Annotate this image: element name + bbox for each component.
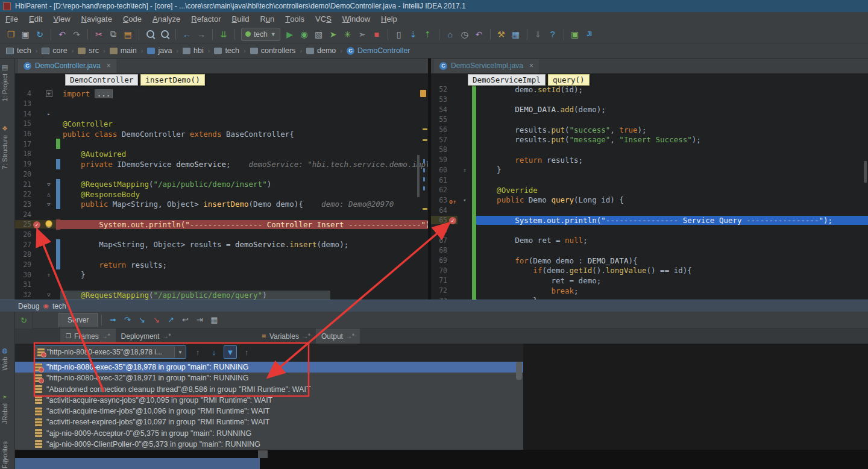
code-line[interactable]: 32▽@RequestMapping("/api/public/demo/que… [15, 290, 428, 300]
line-number[interactable]: 30 [15, 271, 42, 279]
code-line[interactable]: 24 [15, 209, 428, 219]
sidebar-item-favorites[interactable]: Favorites [1, 441, 8, 468]
thread-selector[interactable]: "http-nio-8080-exec-35"@18,978 i... ▼ [34, 345, 186, 359]
find-icon[interactable] [143, 28, 157, 41]
implements-marker-icon[interactable]: △ [47, 191, 50, 197]
line-number[interactable]: 18 [15, 150, 42, 158]
code-line[interactable]: 19private IDemoService demoService;demoS… [15, 159, 428, 169]
close-icon[interactable]: × [529, 61, 533, 70]
gutter-icons[interactable]: ⇧ [458, 167, 472, 173]
line-number[interactable]: 64 [431, 206, 458, 215]
menu-window[interactable]: Window [337, 12, 376, 25]
line-number[interactable]: 58 [431, 145, 458, 154]
gutter-icons[interactable]: ⇧ [42, 272, 56, 278]
thread-row[interactable]: "activiti-acquire-timer-jobs"@10,096 in … [15, 406, 523, 417]
gutter-icons[interactable]: ▽ [42, 181, 56, 187]
code-line[interactable]: 14▸ [15, 109, 428, 119]
synchronize-icon[interactable]: ↻ [33, 28, 46, 41]
line-number[interactable]: 16 [15, 130, 42, 138]
line-number[interactable]: 52 [431, 85, 458, 93]
paste-icon[interactable]: ▤ [121, 28, 134, 41]
intention-bulb-icon[interactable] [45, 220, 52, 227]
code-line[interactable]: 60⇧} [431, 165, 868, 175]
line-number[interactable]: 69 [431, 256, 458, 265]
line-number[interactable]: 66 [431, 226, 458, 234]
code-line[interactable]: 52demo.setId(id); [431, 84, 868, 95]
revert-icon[interactable]: ↶ [473, 28, 486, 41]
code-line[interactable]: 4+import ... [15, 89, 428, 99]
code-line[interactable]: 62@Override [431, 185, 868, 195]
code-line[interactable]: 28 [15, 250, 428, 260]
line-number[interactable]: 23 [15, 200, 42, 209]
code-line[interactable]: 23▽public Map<String, Object> insertDemo… [15, 200, 428, 210]
line-number[interactable]: 17 [15, 140, 42, 148]
line-number[interactable]: 31 [15, 280, 42, 289]
code-line[interactable]: 56results.put("success", true); [431, 125, 868, 135]
line-number[interactable]: 24 [15, 210, 42, 219]
tab-DemoController.java[interactable]: CDemoController.java× [18, 59, 116, 73]
gutter-icons[interactable]: + [42, 90, 56, 97]
sidebar-item-web[interactable]: ◍Web [1, 347, 8, 370]
code-line[interactable]: 13 [15, 99, 428, 109]
code-line[interactable]: 58 [431, 145, 868, 155]
undo-icon[interactable]: ↶ [55, 28, 69, 41]
code-line[interactable]: 21▽@RequestMapping("/api/public/demo/ins… [15, 179, 428, 189]
code-line[interactable]: 54DEMO_DATA.add(demo); [431, 104, 868, 115]
code-line[interactable]: 31 [15, 280, 428, 290]
menu-navigate[interactable]: Navigate [76, 12, 118, 25]
menu-tools[interactable]: Tools [280, 12, 310, 25]
code-line[interactable]: 55 [431, 115, 868, 125]
open-icon[interactable]: ❒ [4, 28, 17, 41]
show-execution-point-icon[interactable]: ➟ [105, 313, 120, 327]
fold-arrow-icon[interactable]: ▸ [47, 111, 50, 117]
sidebar-item-jrebel[interactable]: ➣JRebel [1, 393, 8, 424]
line-number[interactable]: 15 [15, 119, 42, 128]
breadcrumb-item-demo[interactable]: demo [305, 46, 337, 55]
editor-scrollbar[interactable] [417, 155, 420, 197]
next-frame-icon[interactable]: ↓ [207, 345, 221, 359]
code-line[interactable]: 59return results; [431, 155, 868, 165]
line-number[interactable]: 53 [431, 95, 458, 104]
menu-help[interactable]: Help [376, 12, 403, 25]
shelve-icon[interactable]: ⌂ [444, 28, 457, 41]
code-line[interactable]: 68 [431, 245, 868, 256]
implemented-marker-icon[interactable]: ▽ [47, 181, 50, 187]
thread-row[interactable]: "activiti-acquire-async-jobs"@10,095 in … [15, 395, 523, 406]
thread-row[interactable]: "http-nio-8080-exec-32"@18,971 in group … [15, 373, 523, 383]
line-number[interactable]: 63o↑ [431, 196, 458, 204]
run-to-cursor-icon[interactable]: ⇥ [192, 313, 207, 327]
code-line[interactable]: 27Map<String, Object> results = demoServ… [15, 239, 428, 250]
line-number[interactable]: 25✓ [15, 220, 42, 228]
code-line[interactable]: 26 [15, 230, 428, 240]
code-line[interactable]: 72break; [431, 286, 868, 296]
attach-icon[interactable]: ➣ [356, 28, 369, 41]
tab-variables[interactable]: ≣Variables→* [256, 329, 315, 344]
code-line[interactable]: 22△@ResponseBody [15, 189, 428, 200]
code-line[interactable]: 61 [431, 175, 868, 185]
breadcrumb-item-tech[interactable]: tech [213, 46, 241, 55]
gutter-icons[interactable]: ▾ [458, 197, 472, 203]
help-icon[interactable]: ? [546, 28, 559, 41]
line-number[interactable]: 59 [431, 156, 458, 164]
force-step-into-icon[interactable]: ↘ [149, 313, 163, 327]
breakpoint-icon[interactable]: ✓ [449, 217, 456, 224]
code-line[interactable]: 17 [15, 139, 428, 149]
implemented-marker-icon[interactable]: ▽ [47, 292, 50, 298]
code-line[interactable]: 29return results; [15, 260, 428, 270]
override-gutter-icon[interactable]: o↑ [449, 197, 456, 206]
breadcrumb-item-java[interactable]: java [146, 46, 173, 55]
jrebel-icon[interactable]: JI [583, 28, 596, 41]
coverage-icon[interactable]: ▧ [312, 28, 326, 41]
chevron-down-icon[interactable]: ▼ [174, 346, 186, 358]
line-number[interactable]: 28 [15, 250, 42, 259]
breadcrumb-item-main[interactable]: main [108, 46, 138, 55]
thread-list-scrollbar[interactable] [516, 362, 522, 380]
implemented-marker-icon[interactable]: ▽ [47, 201, 50, 207]
debug-icon[interactable]: ◉ [298, 28, 311, 41]
breadcrumb-item-DemoController[interactable]: CDemoController [345, 46, 412, 55]
line-number[interactable]: 71 [431, 276, 458, 285]
line-number[interactable]: 62 [431, 186, 458, 194]
line-number[interactable]: 22 [15, 190, 42, 198]
menu-vcs[interactable]: VCS [310, 12, 337, 25]
gutter-icons[interactable] [42, 220, 56, 228]
